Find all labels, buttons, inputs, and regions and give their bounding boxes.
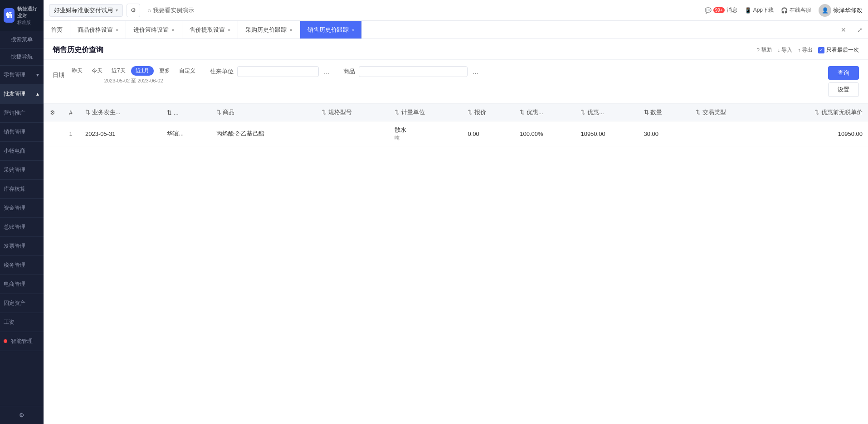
tab-label: 售价提取设置 (190, 26, 225, 34)
topbar-gear-button[interactable]: ⚙ (127, 4, 140, 17)
source-unit-filter-group: 往来单位 … (210, 66, 332, 77)
product-picker-btn[interactable]: … (469, 67, 481, 76)
sidebar-item-ecommerce-small[interactable]: 小畅电商 (0, 142, 44, 161)
cell-gear (44, 121, 62, 146)
sidebar-item-retail[interactable]: 零售管理 ▼ (0, 66, 44, 85)
sidebar-item-finance[interactable]: 资金管理 (0, 199, 44, 218)
version-selector[interactable]: 好业财标准版交付试用 ▾ (49, 4, 123, 17)
col-biz-date[interactable]: ⇅ 业务发生... (80, 104, 161, 121)
demo-button[interactable]: 我要看实例演示 (144, 5, 198, 16)
col-trade-type[interactable]: ⇅ 交易类型 (690, 104, 763, 121)
source-unit-input[interactable] (237, 66, 319, 77)
app-download-button[interactable]: 📱 App下载 (745, 6, 774, 14)
last-only-label: 只看最后一次 (826, 46, 859, 54)
col-dots[interactable]: ⇅ ... (161, 104, 210, 121)
sidebar-item-label: 资金管理 (4, 204, 25, 212)
col-discount-amt[interactable]: ⇅ 优惠... (575, 104, 638, 121)
cell-qty: 30.00 (639, 121, 691, 146)
sidebar-item-fixed-assets[interactable]: 固定资产 (0, 294, 44, 313)
sort-icon: ⇅ (696, 109, 701, 116)
sort-icon: ⇅ (644, 109, 649, 116)
sidebar-item-purchase[interactable]: 采购管理 (0, 161, 44, 180)
page-content: 销售历史价查询 ? 帮助 ↓ 导入 ↑ 导出 ✓ 只看最后一次 (44, 39, 868, 424)
sidebar-item-invoice[interactable]: 发票管理 (0, 237, 44, 256)
close-icon[interactable]: × (351, 27, 354, 33)
sidebar-item-ecommerce[interactable]: 电商管理 (0, 275, 44, 294)
cell-price: 0.00 (462, 121, 514, 146)
sidebar-item-accounting[interactable]: 总账管理 (0, 218, 44, 237)
headset-icon: 🎧 (781, 7, 788, 14)
date-last1m-btn[interactable]: 近1月 (131, 66, 154, 76)
export-link[interactable]: ↑ 导出 (798, 46, 813, 54)
date-custom-btn[interactable]: 自定义 (176, 66, 199, 76)
sort-icon: ⇅ (468, 109, 473, 116)
download-icon: 📱 (745, 7, 751, 14)
col-product[interactable]: ⇅ 商品 (211, 104, 317, 121)
table-body: 1 2023-05-31 华谊... 丙烯酸-2-乙基己酯 散水吨 0.00 1… (44, 121, 868, 146)
online-service-button[interactable]: 🎧 在线客服 (781, 6, 811, 14)
col-discount-pct[interactable]: ⇅ 优惠... (514, 104, 575, 121)
col-spec[interactable]: ⇅ 规格型号 (316, 104, 389, 121)
col-gear[interactable]: ⚙ (44, 104, 62, 121)
help-link[interactable]: ? 帮助 (756, 46, 772, 54)
tab-purchase-history[interactable]: 采购历史价跟踪 × (238, 21, 300, 39)
chevron-down-icon: ▾ (116, 8, 118, 13)
maximize-window-button[interactable]: ⤢ (852, 21, 868, 39)
product-input-group: … (359, 66, 481, 77)
close-icon[interactable]: × (228, 27, 230, 33)
table-row[interactable]: 1 2023-05-31 华谊... 丙烯酸-2-乙基己酯 散水吨 0.00 1… (44, 121, 868, 146)
sidebar-item-sales[interactable]: 销售管理 (0, 123, 44, 142)
close-window-button[interactable]: ✕ (835, 21, 852, 39)
date-today-btn[interactable]: 今天 (88, 66, 106, 76)
page-actions: ? 帮助 ↓ 导入 ↑ 导出 ✓ 只看最后一次 (756, 46, 859, 54)
sidebar-item-wholesale[interactable]: 批发管理 ▲ (0, 85, 44, 104)
product-label: 商品 (343, 67, 355, 76)
tab-sales-history[interactable]: 销售历史价跟踪 × (300, 21, 362, 39)
message-label: 消息 (727, 6, 737, 14)
tab-home[interactable]: 首页 (44, 21, 70, 39)
col-unit[interactable]: ⇅ 计量单位 (389, 104, 462, 121)
tab-price-extract[interactable]: 售价提取设置 × (182, 21, 238, 39)
sidebar-item-label: 智能管理 (11, 337, 33, 345)
topbar: 好业财标准版交付试用 ▾ ⚙ 我要看实例演示 💬 99+ 消息 📱 App下载 … (44, 0, 868, 21)
settings-button[interactable]: 设置 (828, 82, 859, 97)
date-yesterday-btn[interactable]: 昨天 (68, 66, 86, 76)
sidebar-item-tax[interactable]: 税务管理 (0, 256, 44, 275)
sidebar-quicknav[interactable]: 快捷导航 (0, 48, 44, 66)
col-pretax-price[interactable]: ⇅ 优惠前无税单价 (763, 104, 868, 121)
col-num[interactable]: # (62, 104, 80, 121)
user-menu[interactable]: 👤 徐泽华修改 (819, 4, 863, 17)
sidebar-item-salary[interactable]: 工资 (0, 313, 44, 332)
sidebar-search[interactable]: 搜索菜单 (0, 31, 44, 48)
query-button[interactable]: 查询 (828, 66, 859, 80)
product-input[interactable] (359, 66, 468, 77)
gear-icon: ⚙ (131, 7, 136, 14)
close-icon[interactable]: × (289, 27, 292, 33)
import-link[interactable]: ↓ 导入 (777, 46, 792, 54)
date-last7-btn[interactable]: 近7天 (108, 66, 129, 76)
message-button[interactable]: 💬 99+ 消息 (705, 6, 737, 14)
cell-trade-type (690, 121, 763, 146)
online-service-label: 在线客服 (790, 6, 811, 14)
settings-button[interactable]: ⚙ (0, 406, 44, 424)
sidebar-item-smart[interactable]: 智能管理 (0, 332, 44, 351)
tab-product-price[interactable]: 商品价格设置 × (70, 21, 126, 39)
col-price[interactable]: ⇅ 报价 (462, 104, 514, 121)
avatar: 👤 (819, 4, 831, 17)
last-only-checkbox[interactable]: ✓ 只看最后一次 (818, 46, 859, 54)
sidebar-item-marketing[interactable]: 营销推广 (0, 104, 44, 123)
cell-spec (316, 121, 389, 146)
product-filter-group: 商品 … (343, 66, 481, 77)
sidebar-item-label: 零售管理 (4, 71, 25, 79)
sidebar-item-inventory[interactable]: 库存核算 (0, 180, 44, 199)
cell-unit: 散水吨 (389, 121, 462, 146)
col-qty[interactable]: ⇅ 数量 (639, 104, 691, 121)
import-icon: ↓ (777, 47, 780, 53)
source-unit-picker-btn[interactable]: … (321, 67, 332, 76)
chevron-up-icon: ▲ (35, 92, 40, 96)
date-more-btn[interactable]: 更多 (156, 66, 174, 76)
tab-price-strategy[interactable]: 进价策略设置 × (126, 21, 182, 39)
close-icon[interactable]: × (171, 27, 174, 33)
logo-sub: 标准版 (17, 19, 40, 26)
close-icon[interactable]: × (116, 27, 118, 33)
